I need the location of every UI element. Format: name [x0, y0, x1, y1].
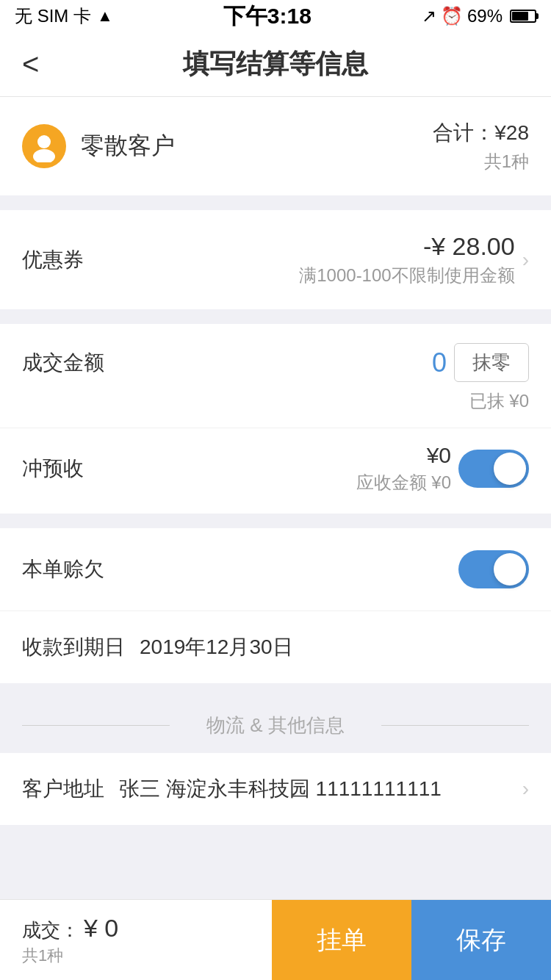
customer-count: 共1种 [433, 150, 529, 173]
address-section[interactable]: 客户地址 张三 海淀永丰科技园 11111111111 › [0, 753, 551, 825]
toggle-knob [494, 453, 526, 485]
svg-point-0 [37, 135, 51, 148]
customer-total: 合计：¥28 [433, 119, 529, 147]
status-right: ↗ ⏰ 69% [422, 6, 536, 26]
location-icon: ↗ [422, 6, 436, 26]
status-left: 无 SIM 卡 ▲ [15, 4, 113, 28]
bottom-bar: 成交： ¥ 0 共1种 挂单 保存 [0, 899, 551, 980]
already-rounded: 已抹 ¥0 [0, 389, 551, 428]
divider-left [22, 725, 170, 726]
hold-button[interactable]: 挂单 [272, 900, 411, 981]
time-label: 下午3:18 [223, 1, 311, 32]
page-title: 填写结算等信息 [183, 46, 368, 82]
content: 零散客户 合计：¥28 共1种 优惠券 -¥ 28.00 满1000-100不限… [0, 97, 551, 928]
amount-right: 0 抹零 [432, 343, 529, 382]
prepay-label: 冲预收 [22, 455, 84, 483]
carrier-label: 无 SIM 卡 [15, 4, 91, 28]
coupon-section: 优惠券 -¥ 28.00 满1000-100不限制使用金额 › [0, 210, 551, 309]
logistics-header: 物流 & 其他信息 [0, 698, 551, 753]
avatar [22, 124, 66, 168]
customer-left: 零散客户 [22, 124, 175, 168]
debt-toggle[interactable] [458, 550, 529, 588]
customer-right: 合计：¥28 共1种 [433, 119, 529, 173]
prepay-right: ¥0 应收金额 ¥0 [356, 443, 529, 494]
discount-amount: -¥ 28.00 [299, 232, 514, 261]
debt-row: 本单赊欠 [0, 528, 551, 610]
duedate-row: 收款到期日 2019年12月30日 [0, 610, 551, 683]
alarm-icon: ⏰ [441, 6, 463, 26]
logistics-label: 物流 & 其他信息 [206, 713, 345, 738]
coupon-label: 优惠券 [22, 246, 84, 274]
deal-label: 成交金额 [22, 349, 104, 377]
coupon-row[interactable]: 优惠券 -¥ 28.00 满1000-100不限制使用金额 › [0, 210, 551, 309]
prepay-amount: ¥0 [356, 443, 451, 468]
bottom-deal-label: 成交： [22, 918, 79, 943]
duedate-value: 2019年12月30日 [140, 633, 293, 661]
back-button[interactable]: < [22, 48, 39, 81]
prepay-amounts: ¥0 应收金额 ¥0 [356, 443, 451, 494]
address-label: 客户地址 [22, 775, 104, 803]
deal-value[interactable]: 0 [432, 347, 447, 378]
prepay-row: 冲预收 ¥0 应收金额 ¥0 [0, 428, 551, 514]
bottom-deal-line: 成交： ¥ 0 [22, 914, 250, 943]
duedate-label: 收款到期日 [22, 633, 125, 661]
amount-row: 成交金额 0 抹零 [0, 324, 551, 389]
customer-section: 零散客户 合计：¥28 共1种 [0, 97, 551, 195]
save-button[interactable]: 保存 [411, 900, 551, 981]
address-value: 张三 海淀永丰科技园 11111111111 [119, 775, 522, 803]
coupon-desc: 满1000-100不限制使用金额 [299, 264, 514, 287]
customer-row: 零散客户 合计：¥28 共1种 [0, 97, 551, 195]
debt-section: 本单赊欠 收款到期日 2019年12月30日 [0, 528, 551, 683]
round-button[interactable]: 抹零 [454, 343, 529, 382]
divider-right [381, 725, 529, 726]
bottom-count: 共1种 [22, 945, 250, 967]
coupon-info: -¥ 28.00 满1000-100不限制使用金额 [299, 232, 514, 287]
battery-label: 69% [467, 6, 503, 26]
debt-label: 本单赊欠 [22, 555, 104, 583]
bottom-info: 成交： ¥ 0 共1种 [0, 914, 272, 967]
chevron-right-icon: › [522, 248, 529, 272]
deal-section: 成交金额 0 抹零 已抹 ¥0 冲预收 ¥0 应收金额 ¥0 [0, 324, 551, 514]
prepay-receivable: 应收金额 ¥0 [356, 471, 451, 494]
battery-icon [510, 10, 536, 23]
address-chevron-icon: › [522, 777, 529, 801]
svg-point-1 [33, 149, 55, 162]
prepay-toggle[interactable] [458, 450, 529, 488]
wifi-icon: ▲ [97, 7, 113, 26]
nav-bar: < 填写结算等信息 [0, 32, 551, 97]
debt-toggle-knob [494, 553, 526, 586]
address-row[interactable]: 客户地址 张三 海淀永丰科技园 11111111111 › [0, 753, 551, 825]
customer-name: 零散客户 [81, 130, 175, 162]
coupon-right: -¥ 28.00 满1000-100不限制使用金额 › [299, 232, 529, 287]
bottom-amount: ¥ 0 [84, 914, 118, 943]
status-bar: 无 SIM 卡 ▲ 下午3:18 ↗ ⏰ 69% [0, 0, 551, 32]
